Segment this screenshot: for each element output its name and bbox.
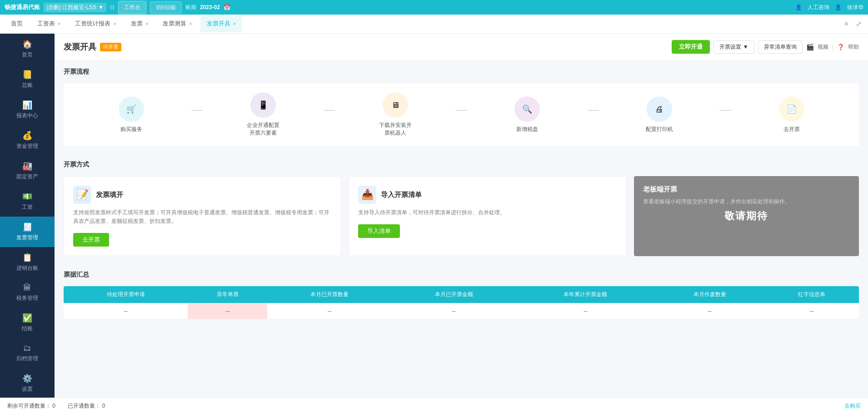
cell-exception: -- (188, 303, 267, 319)
coming-soon-label: 敬请期待 (724, 209, 768, 223)
summary-section-title: 票据汇总 (64, 271, 859, 279)
flow-step-issue: 📄 去开票 (733, 96, 850, 133)
close-invoice-issue-tab[interactable]: × (233, 21, 236, 26)
view-label[interactable]: 视频 (818, 43, 828, 51)
sidebar-label-archive: 归档管理 (16, 355, 38, 363)
sidebar-item-settle[interactable]: ✅ 结账 (0, 308, 55, 338)
copy-icon[interactable]: ⊟ (110, 4, 115, 10)
sidebar-item-fapiao[interactable]: 🧾 发票管理 (0, 217, 55, 247)
manual-fill-desc: 支持按照发票样式手工填写开发票；可开具增值税电子普通发票、增值税普通发票、增值税… (73, 208, 332, 226)
summary-header-row: 待处理开票申请 异常单票 本月已开票数量 本月已开票金额 本年累计开票金额 本月… (64, 286, 859, 303)
flow-steps: 🛒 购买服务 ── 📱 企业开通配置开票六要素 ── 🖥 下载并 (64, 83, 859, 146)
chevron-down-icon: ▼ (743, 44, 748, 50)
old-terminal-header: 老板端开票 查看老板端小程序提交的开票申请，并作出相应处理和操作。 (643, 185, 850, 206)
col-void-count: 本月作废数量 (655, 286, 765, 303)
old-terminal-title: 老板端开票 (643, 185, 850, 194)
tab-invoice-issue[interactable]: 发票开具 × (200, 16, 242, 32)
bottom-info: 剩余可开通数量： 0 已开通数量： 0 (7, 402, 105, 410)
flow-step-taxbox: 🔍 新增税盘 (469, 96, 586, 133)
import-list-icon: 📥 (358, 186, 376, 204)
svg-text:🖨: 🖨 (655, 105, 663, 114)
close-salary-report-tab[interactable]: × (113, 21, 116, 26)
sidebar-label-salary: 工资 (22, 203, 33, 211)
remaining-label: 剩余可开通数量： (7, 403, 51, 409)
buy-link[interactable]: 去购买 (844, 402, 861, 410)
sidebar-label-fapiao: 发票管理 (16, 234, 38, 242)
tab-salary[interactable]: 工资表 × (31, 16, 67, 32)
tab-home[interactable]: 首页 (5, 16, 29, 32)
arrow-3: ── (454, 106, 469, 115)
asset-icon: 🏭 (22, 161, 32, 171)
main-content: 发票开具 待开通 立即开通 开票设置 ▼ 异常清单查询 🎬 视频 | ❓ 帮助 … (55, 34, 868, 398)
sidebar-item-archive[interactable]: 🗂 归档管理 (0, 338, 55, 368)
sidebar-item-asset[interactable]: 🏭 固定资产 (0, 156, 55, 186)
configure-icon: 📱 (250, 92, 276, 118)
bottom-bar: 剩余可开通数量： 0 已开通数量： 0 去购买 (0, 398, 868, 414)
sidebar-item-ledger[interactable]: 📒 总账 (0, 64, 55, 95)
workspace: 🏠 首页 📒 总账 📊 报表中心 💰 资金管理 🏭 固定资产 💵 工资 🧾 发票… (0, 34, 868, 398)
calendar-icon[interactable]: 📅 (224, 4, 230, 10)
import-list-button[interactable]: 导入清单 (358, 224, 400, 238)
arrow-1: ── (190, 106, 205, 115)
tab-invoice[interactable]: 发票 × (125, 16, 155, 32)
download-label: 下载并安装开票机器人 (377, 121, 414, 137)
col-pending: 待处理开票申请 (64, 286, 188, 303)
sidebar-item-report[interactable]: 📊 报表中心 (0, 95, 55, 125)
close-salary-tab[interactable]: × (58, 21, 60, 26)
page-header: 发票开具 待开通 立即开通 开票设置 ▼ 异常清单查询 🎬 视频 | ❓ 帮助 (55, 34, 868, 61)
col-year-amount: 本年累计开票金额 (516, 286, 655, 303)
flow-step-buy: 🛒 购买服务 (73, 96, 190, 133)
manual-fill-card: 📝 发票填开 支持按照发票样式手工填写开发票；可开具增值税电子普通发票、增值税普… (64, 176, 341, 256)
methods-section-title: 开票方式 (64, 161, 859, 169)
sidebar-item-purchase[interactable]: 📋 进销台账 (0, 247, 55, 278)
opened-label: 已开通数量： (68, 403, 100, 409)
help-icon: ❓ (837, 44, 844, 50)
company-selector[interactable]: (勿删) 江西服宝-LSS ▼ (44, 3, 106, 12)
tab-salary-report[interactable]: 工资统计报表 × (69, 16, 122, 32)
separator: | (832, 44, 833, 50)
sidebar-label-report: 报表中心 (16, 112, 38, 120)
workspace-button[interactable]: 工作台 (118, 1, 146, 14)
sidebar-item-fund[interactable]: 💰 资金管理 (0, 125, 55, 156)
restore-button[interactable]: ⤢ (854, 20, 863, 28)
close-all-button[interactable]: × (841, 20, 852, 28)
sidebar-item-tax[interactable]: 🏛 税务管理 (0, 278, 55, 308)
configure-label: 企业开通配置开票六要素 (245, 121, 281, 137)
sidebar-label-ledger: 总账 (22, 81, 33, 89)
user-avatar: 👤 (835, 4, 842, 10)
help-label[interactable]: 帮助 (848, 43, 859, 51)
ledger-icon: 📒 (22, 70, 32, 80)
tab-invoice-calc[interactable]: 发票测算 × (156, 16, 198, 32)
old-terminal-desc: 查看老板端小程序提交的开票申请，并作出相应处理和操作。 (643, 197, 850, 206)
exception-query-button[interactable]: 异常清单查询 (758, 40, 803, 54)
username[interactable]: 徐泽华 (847, 4, 863, 11)
summary-table: 待处理开票申请 异常单票 本月已开票数量 本月已开票金额 本年累计开票金额 本月… (64, 286, 859, 319)
sidebar-label-asset: 固定资产 (16, 173, 38, 181)
open-settings-button[interactable]: 开票设置 ▼ (713, 40, 754, 54)
import-list-title: 导入开票清单 (381, 191, 422, 199)
flow-step-printer: 🖨 配置打印机 (601, 96, 718, 133)
old-version-button[interactable]: 切到旧版 (150, 1, 182, 14)
summary-section: 票据汇总 待处理开票申请 异常单票 本月已开票数量 本月已开票金额 本年累计开票… (55, 271, 868, 327)
taxbox-icon: 🔍 (514, 96, 540, 122)
go-issue-button[interactable]: 去开票 (73, 233, 109, 247)
buy-service-label: 购买服务 (120, 126, 142, 133)
svg-text:🛒: 🛒 (126, 104, 137, 114)
close-invoice-calc-tab[interactable]: × (189, 21, 192, 26)
sidebar-item-home[interactable]: 🏠 首页 (0, 34, 55, 64)
cell-month-count: -- (267, 303, 391, 319)
top-bar-left: 畅捷通易代账 (勿删) 江西服宝-LSS ▼ ⊟ 工作台 切到旧版 账期 202… (5, 1, 230, 14)
tax-icon: 🏛 (23, 283, 31, 293)
close-invoice-tab[interactable]: × (145, 21, 148, 26)
sidebar-item-settings[interactable]: ⚙️ 设置 (0, 368, 55, 398)
period-value: 2023-02 (200, 4, 220, 10)
issue-label: 去开票 (783, 126, 800, 133)
import-list-header: 📥 导入开票清单 (358, 186, 617, 204)
import-list-card: 📥 导入开票清单 支持导入待开票清单，可对待开票清单进行拆分、合并处理。 导入清… (349, 176, 626, 256)
flow-section: 开票流程 🛒 购买服务 ── 📱 企业开通配置开票六要素 ── (55, 61, 868, 161)
immediate-open-button[interactable]: 立即开通 (672, 40, 710, 54)
col-month-amount: 本月已开票金额 (392, 286, 516, 303)
printer-icon: 🖨 (647, 96, 672, 122)
customer-service[interactable]: 人工咨询 (808, 4, 829, 11)
sidebar-item-salary[interactable]: 💵 工资 (0, 186, 55, 217)
